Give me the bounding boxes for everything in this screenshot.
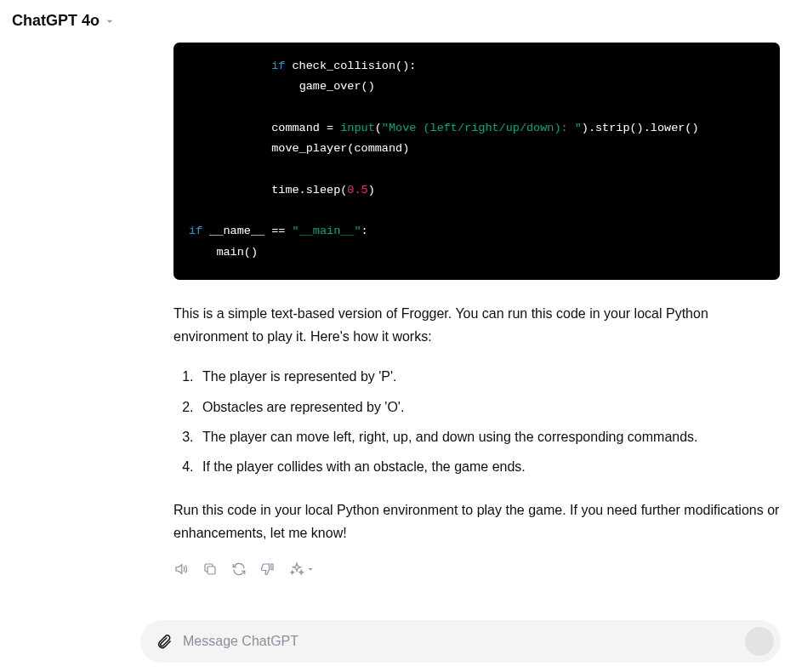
code-block: if check_collision(): game_over() comman… (173, 43, 780, 280)
list-item: The player can move left, right, up, and… (197, 425, 780, 448)
list-item: The player is represented by 'P'. (197, 365, 780, 388)
message-outro: Run this code in your local Python envir… (173, 498, 780, 544)
chevron-down-icon (305, 564, 316, 574)
model-name: ChatGPT 4o (12, 12, 100, 30)
instructions-list: The player is represented by 'P'.Obstacl… (173, 365, 780, 478)
thumbs-down-icon[interactable] (260, 561, 276, 577)
list-item: Obstacles are represented by 'O'. (197, 396, 780, 419)
message-actions (173, 561, 780, 577)
svg-rect-0 (208, 567, 215, 574)
regenerate-icon[interactable] (231, 561, 247, 577)
sparkle-icon (289, 561, 304, 577)
composer (140, 620, 781, 663)
read-aloud-icon[interactable] (173, 561, 189, 577)
message-input[interactable] (173, 634, 745, 649)
list-item: If the player collides with an obstacle,… (197, 455, 780, 478)
model-switch-button[interactable] (289, 561, 316, 577)
model-selector[interactable]: ChatGPT 4o (12, 12, 117, 30)
copy-icon[interactable] (202, 561, 218, 577)
message-intro: This is a simple text-based version of F… (173, 302, 780, 348)
attach-icon[interactable] (156, 633, 173, 650)
send-button[interactable] (745, 627, 774, 656)
assistant-message: if check_collision(): game_over() comman… (173, 43, 780, 612)
chevron-down-icon (103, 14, 117, 28)
